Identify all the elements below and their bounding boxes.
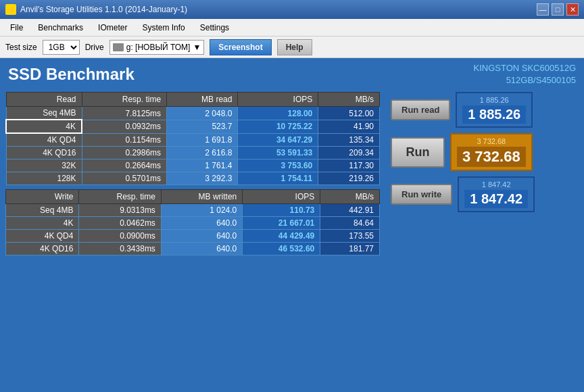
write-mb-2: 640.0 — [161, 230, 242, 243]
menu-settings[interactable]: Settings — [193, 20, 237, 35]
help-button[interactable]: Help — [277, 39, 312, 55]
read-label-5: 128K — [6, 172, 82, 185]
write-iops-2: 44 429.49 — [243, 230, 320, 243]
read-iops-2: 34 647.29 — [238, 133, 318, 147]
write-resp-1: 0.0462ms — [79, 217, 161, 230]
read-header-mb: MB read — [167, 93, 238, 107]
read-mbs-4: 117.30 — [318, 160, 380, 172]
write-header-mb: MB written — [161, 190, 242, 204]
read-iops-5: 1 754.11 — [238, 172, 318, 185]
write-score-main: 1 847.42 — [464, 190, 528, 208]
total-score-box: 3 732.68 3 732.68 — [450, 133, 533, 171]
test-size-label: Test size — [5, 43, 37, 52]
read-row-3: 4K QD16 0.2986ms 2 616.8 53 591.33 209.3… — [6, 147, 380, 160]
read-row-0: Seq 4MB 7.8125ms 2 048.0 128.00 512.00 — [6, 107, 380, 120]
read-resp-0: 7.8125ms — [82, 107, 167, 120]
ssd-header: SSD Benchmark KINGSTON SKC600512G 512GB/… — [0, 58, 584, 89]
read-table: Read Resp. time MB read IOPS MB/s Seq 4M… — [5, 92, 380, 185]
drive-label: Drive — [85, 43, 104, 52]
write-score-top: 1 847.42 — [464, 180, 528, 189]
read-resp-4: 0.2664ms — [82, 160, 167, 172]
read-mbs-3: 209.34 — [318, 147, 380, 160]
write-row-3: 4K QD16 0.3438ms 640.0 46 532.60 181.77 — [6, 243, 380, 255]
write-iops-1: 21 667.01 — [243, 217, 320, 230]
run-read-button[interactable]: Run read — [391, 99, 450, 120]
bench-panel: Read Resp. time MB read IOPS MB/s Seq 4M… — [0, 89, 385, 392]
total-score-main: 3 732.68 — [457, 147, 526, 167]
write-label-3: 4K QD16 — [6, 243, 79, 255]
read-mb-1: 523.7 — [167, 120, 238, 133]
maximize-button[interactable]: □ — [552, 3, 564, 16]
read-mb-0: 2 048.0 — [167, 107, 238, 120]
write-score-section: Run write 1 847.42 1 847.42 — [391, 176, 579, 212]
read-header-mbs: MB/s — [318, 93, 380, 107]
read-label-3: 4K QD16 — [6, 147, 82, 160]
read-mbs-1: 41.90 — [318, 120, 380, 133]
write-header-label: Write — [6, 190, 79, 204]
read-row-5: 128K 0.5701ms 3 292.3 1 754.11 219.26 — [6, 172, 380, 185]
read-iops-0: 128.00 — [238, 107, 318, 120]
read-header-resp: Resp. time — [82, 93, 167, 107]
menu-benchmarks[interactable]: Benchmarks — [30, 20, 91, 35]
read-row-1: 4K 0.0932ms 523.7 10 725.22 41.90 — [6, 120, 380, 133]
test-size-select[interactable]: 1GB — [43, 40, 80, 55]
close-button[interactable]: ✕ — [566, 3, 579, 16]
window-controls[interactable]: — □ ✕ — [537, 3, 579, 16]
read-iops-4: 3 753.60 — [238, 160, 318, 172]
title-bar-text: Anvil's Storage Utilities 1.1.0 (2014-Ja… — [20, 5, 187, 14]
write-header-iops: IOPS — [243, 190, 320, 204]
read-resp-5: 0.5701ms — [82, 172, 167, 185]
write-row-0: Seq 4MB 9.0313ms 1 024.0 110.73 442.91 — [6, 204, 380, 217]
read-resp-2: 0.1154ms — [82, 133, 167, 147]
read-score-section: Run read 1 885.26 1 885.26 — [391, 92, 579, 128]
write-resp-3: 0.3438ms — [79, 243, 161, 255]
write-iops-3: 46 532.60 — [243, 243, 320, 255]
write-label-0: Seq 4MB — [6, 204, 79, 217]
drive-value: g: [НОВЫЙ ТОМ] — [126, 43, 191, 52]
read-label-1: 4K — [6, 120, 82, 133]
ssd-title: SSD Benchmark — [8, 65, 135, 84]
write-mb-0: 1 024.0 — [161, 204, 242, 217]
read-mbs-0: 512.00 — [318, 107, 380, 120]
app-icon: ⚡ — [5, 4, 16, 15]
read-label-4: 32K — [6, 160, 82, 172]
menu-system-info[interactable]: System Info — [135, 20, 192, 35]
write-resp-0: 9.0313ms — [79, 204, 161, 217]
menu-iometer[interactable]: IOmeter — [91, 20, 135, 35]
write-table: Write Resp. time MB written IOPS MB/s Se… — [5, 189, 380, 255]
drive-icon — [113, 43, 124, 51]
title-bar: ⚡ Anvil's Storage Utilities 1.1.0 (2014-… — [0, 0, 584, 19]
ssd-model: KINGSTON SKC600512G 512GB/S4500105 — [474, 62, 577, 87]
write-score-box: 1 847.42 1 847.42 — [458, 176, 535, 212]
write-row-1: 4K 0.0462ms 640.0 21 667.01 84.64 — [6, 217, 380, 230]
run-total-button[interactable]: Run — [391, 137, 445, 168]
read-header-iops: IOPS — [238, 93, 318, 107]
write-iops-0: 110.73 — [243, 204, 320, 217]
drive-selector[interactable]: g: [НОВЫЙ ТОМ] ▼ — [110, 40, 205, 55]
write-row-2: 4K QD4 0.0900ms 640.0 44 429.49 173.55 — [6, 230, 380, 243]
write-header-resp: Resp. time — [79, 190, 161, 204]
read-iops-3: 53 591.33 — [238, 147, 318, 160]
content-area: Read Resp. time MB read IOPS MB/s Seq 4M… — [0, 89, 584, 392]
read-row-4: 32K 0.2664ms 1 761.4 3 753.60 117.30 — [6, 160, 380, 172]
write-label-2: 4K QD4 — [6, 230, 79, 243]
write-mbs-0: 442.91 — [320, 204, 380, 217]
read-label-2: 4K QD4 — [6, 133, 82, 147]
right-panel: Run read 1 885.26 1 885.26 Run 3 732.68 … — [385, 89, 584, 392]
read-mb-5: 3 292.3 — [167, 172, 238, 185]
minimize-button[interactable]: — — [537, 3, 549, 16]
read-mb-4: 1 761.4 — [167, 160, 238, 172]
drive-dropdown-icon[interactable]: ▼ — [193, 43, 201, 52]
menu-file[interactable]: File — [3, 20, 30, 35]
main-content: SSD Benchmark KINGSTON SKC600512G 512GB/… — [0, 58, 584, 392]
read-resp-3: 0.2986ms — [82, 147, 167, 160]
run-write-button[interactable]: Run write — [391, 184, 452, 205]
read-mbs-2: 135.34 — [318, 133, 380, 147]
total-score-top: 3 732.68 — [457, 137, 526, 145]
read-score-box: 1 885.26 1 885.26 — [456, 92, 533, 128]
screenshot-button[interactable]: Screenshot — [210, 39, 271, 55]
write-mb-1: 640.0 — [161, 217, 242, 230]
read-iops-1: 10 725.22 — [238, 120, 318, 133]
read-resp-1: 0.0932ms — [82, 120, 167, 133]
menu-bar: File Benchmarks IOmeter System Info Sett… — [0, 19, 584, 36]
